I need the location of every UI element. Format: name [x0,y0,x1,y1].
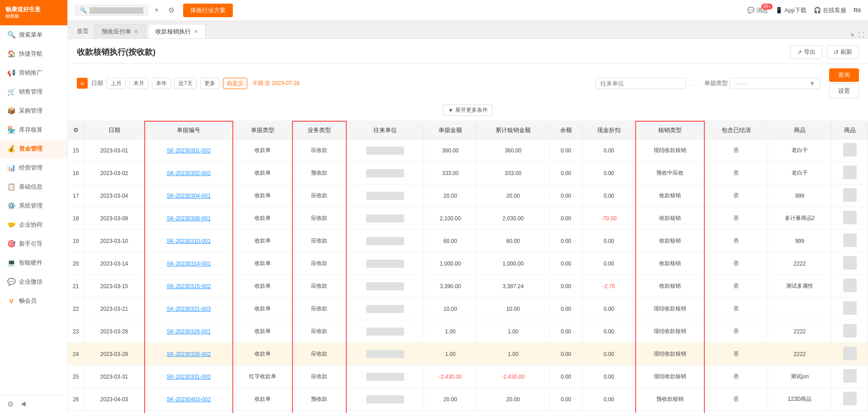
cell-num: 21 [68,275,84,298]
product-thumbnail [843,324,857,337]
tab-prepay-close[interactable]: ✕ [134,28,138,35]
sidebar-item-sales[interactable]: 🛒 销售管理 [0,82,67,101]
cell-product2 [832,388,868,411]
table-row: 22 2023-03-21 SK-20230321-003 收款单 应收款 ██… [68,298,868,320]
cell-verify-type: 收款核销 [636,207,704,230]
sidebar-item-system[interactable]: ⚙️ 系统管理 [0,196,67,215]
doc-no-link[interactable]: SK-20230314-001 [167,261,211,267]
doc-no-link[interactable]: SK-20230310-001 [167,238,211,244]
cell-accum: 360.00 [477,139,550,162]
cell-incl-settled: 否 [704,411,768,413]
table-row: 24 2023-03-28 SK-20230328-002 收款单 应收款 ██… [68,343,868,366]
partner-masked: ████████ [366,373,404,381]
sidebar-item-guide[interactable]: 🎯 新手引导 [0,234,67,253]
doc-no-link[interactable]: SK-20230315-002 [167,283,211,290]
sidebar-collapse-icon[interactable]: ◀ [21,400,26,408]
filter-custom[interactable]: 自定义 [223,78,247,89]
sidebar-item-hardware[interactable]: 💻 智能硬件 [0,253,67,272]
table-row: 17 2023-03-04 SK-20230304-001 收款单 应收款 ██… [68,185,868,207]
expand-more-button[interactable]: ▼ 展开更多条件 [443,104,493,116]
filter-more[interactable]: 更多 [200,78,219,89]
topbar-search-box[interactable]: 🔍 ██████████████ [75,5,148,16]
cell-biz-type: 应收款 [292,275,346,298]
tab-prepay[interactable]: 预收应付单 ✕ [94,24,146,38]
cell-verify-type: 预收款核销 [636,388,704,411]
sidebar-bottom: ⚙ ◀ [0,395,67,413]
doc-no-link[interactable]: SK-20230328-002 [167,351,211,357]
topbar-dropdown-arrow[interactable]: ▼ [154,7,160,14]
cell-product2 [832,366,868,388]
hardware-icon: 💻 [7,259,15,267]
th-settings[interactable]: ⚙ [68,121,84,139]
sidebar-item-label: 企业微信 [19,278,42,286]
cell-product: 多计量商品2 [768,207,832,230]
cell-balance: 0.00 [549,411,582,413]
doc-no-link[interactable]: SK-20230331-002 [167,374,211,380]
chevron-down-icon: ▼ [809,80,815,87]
tab-collection[interactable]: 收款核销执行 ✕ [148,24,206,38]
cell-product: 123D商品 [768,388,832,411]
tab-home[interactable]: 首页 [71,24,94,38]
tab-collection-close[interactable]: ✕ [193,28,198,35]
sidebar-settings-icon[interactable]: ⚙ [7,400,14,408]
topbar-gear-icon[interactable]: ⚙ [165,4,178,17]
filter-last-7-days[interactable]: 近7天 [175,78,197,89]
sidebar-item-marketing[interactable]: 📢 营销推广 [0,63,67,82]
topbar-search-text: ██████████████ [90,7,143,14]
filter-expand-button[interactable]: » [77,78,88,89]
tab-close-all-icon[interactable]: ✕ [850,32,855,38]
doc-no-link[interactable]: SK-20230403-002 [167,396,211,403]
doc-no-link[interactable]: SK-20230301-002 [167,147,211,154]
filter-doc-type-label: 单据类型 [704,79,728,87]
filter-this-year[interactable]: 本年 [152,78,171,89]
cell-balance: 0.00 [549,252,582,275]
doc-no-link[interactable]: SK-20230321-003 [167,306,211,312]
cell-verify-type: 收款核销 [636,275,704,298]
sidebar-item-search[interactable]: 🔍 搜索菜单 [0,25,67,44]
product-thumbnail [843,347,857,360]
doc-no-link[interactable]: SK-20230328-001 [167,328,211,335]
online-service-area[interactable]: 🎧 在线客服 [814,6,846,14]
refresh-button[interactable]: ↺ 刷新 [827,45,859,59]
cell-date: 2023-03-01 [84,139,145,162]
sidebar-item-purchase[interactable]: 📦 采购管理 [0,101,67,120]
filter-partner-input[interactable] [595,78,686,89]
doc-no-link[interactable]: SK-20230304-001 [167,193,211,199]
filter-doc-type-select[interactable]: —— ▼ [730,78,820,89]
cell-accum: 100.00 [477,411,550,413]
messages-area[interactable]: 💬 消息 99+ [747,6,768,14]
user-name[interactable]: Rit [854,7,861,14]
sidebar-item-finance[interactable]: 💰 资金管理 [0,139,67,158]
cell-product: 2222 [768,320,832,343]
topbar-right-area: 💬 消息 99+ 📱 App下载 🎧 在线客服 Rit [747,6,861,14]
filter-this-month[interactable]: 本月 [129,78,148,89]
cell-date: 2023-04-08 [84,411,145,413]
cell-incl-settled: 否 [704,366,768,388]
solution-button[interactable]: 体验行业方案 [183,4,233,17]
sidebar-item-enterprise[interactable]: 🤝 企业协同 [0,215,67,234]
export-button[interactable]: ↗ 导出 [790,45,822,59]
cell-num: 18 [68,207,84,230]
sidebar-item-label: 智能硬件 [19,259,42,267]
filter-last-month[interactable]: 上月 [107,78,126,89]
tab-maximize-icon[interactable]: ⛶ [859,32,864,38]
purchase-icon: 📦 [7,107,15,115]
cell-balance: 0.00 [549,139,582,162]
doc-no-link[interactable]: SK-20230302-002 [167,170,211,176]
query-button[interactable]: 查询 [829,68,859,82]
app-download-area[interactable]: 📱 App下载 [775,6,807,14]
sidebar-item-wechat[interactable]: 💬 企业微信 [0,272,67,291]
sidebar-item-member[interactable]: V 畅会员 [0,291,67,310]
sidebar-item-operations[interactable]: 📊 经营管理 [0,158,67,177]
sidebar-item-quick-nav[interactable]: 🏠 快捷导航 [0,44,67,63]
cell-amount: 60.00 [424,230,477,252]
cell-doc-no: SK-20230408-001 [145,411,233,413]
settings-button[interactable]: 设置 [829,84,859,98]
expand-more-label: 展开更多条件 [455,106,488,114]
cell-biz-type: 应收款 [292,207,346,230]
cell-verify-type: 现结收款核销 [636,343,704,366]
doc-no-link[interactable]: SK-20230308-001 [167,215,211,222]
sidebar-item-inventory[interactable]: 🏪 库存核算 [0,120,67,139]
sidebar-item-basics[interactable]: 📋 基础信息 [0,177,67,196]
cell-incl-settled: 否 [704,343,768,366]
